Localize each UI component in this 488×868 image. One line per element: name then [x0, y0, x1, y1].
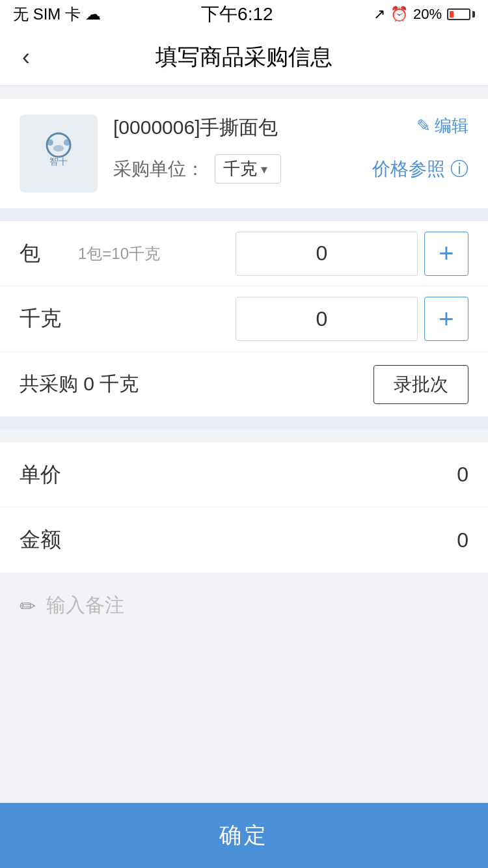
notes-placeholder: 输入备注 — [46, 592, 124, 619]
price-section: 单价 0 金额 0 — [0, 442, 488, 573]
unit-price-label: 单价 — [20, 461, 61, 489]
notes-section[interactable]: ✏ 输入备注 — [0, 573, 488, 755]
bag-input-row: 包 1包=10千克 + — [0, 221, 488, 286]
help-icon: ⓘ — [450, 157, 468, 182]
kg-input[interactable] — [236, 297, 418, 341]
battery-percent: 20% — [413, 6, 442, 23]
bag-plus-button[interactable]: + — [424, 232, 468, 276]
status-right: ↗ ⏰ 20% — [373, 6, 475, 23]
svg-point-3 — [53, 145, 64, 152]
price-ref-button[interactable]: 价格参照 ⓘ — [372, 157, 468, 182]
svg-point-2 — [64, 139, 70, 146]
product-image: 智十 — [20, 115, 98, 193]
edit-label: 编辑 — [435, 115, 468, 137]
location-icon: ↗ — [373, 6, 385, 23]
bag-plus-icon: + — [439, 239, 454, 268]
product-name: [0000006]手撕面包 — [113, 115, 468, 141]
amount-row: 金额 0 — [0, 508, 488, 573]
bag-sublabel: 1包=10千克 — [78, 243, 236, 264]
kg-input-row: 千克 + — [0, 286, 488, 351]
product-info: [0000006]手撕面包 采购单位： 千克 ▾ 价格参照 ⓘ — [113, 115, 468, 183]
battery-icon — [447, 8, 475, 20]
summary-row: 共采购 0 千克 录批次 — [0, 351, 488, 416]
unit-price-row: 单价 0 — [0, 442, 488, 508]
unit-price-value: 0 — [457, 463, 468, 487]
summary-text: 共采购 0 千克 — [20, 371, 139, 398]
section-divider-1 — [0, 208, 488, 221]
kg-plus-button[interactable]: + — [424, 297, 468, 341]
bag-label: 包 — [20, 239, 72, 268]
product-logo: 智十 — [36, 131, 81, 176]
bag-input[interactable] — [236, 232, 418, 276]
status-bar: 无 SIM 卡 ☁ 下午6:12 ↗ ⏰ 20% — [0, 0, 488, 29]
status-time: 下午6:12 — [201, 2, 273, 27]
unit-label: 采购单位： — [113, 157, 204, 182]
edit-icon: ✎ — [416, 116, 431, 136]
section-divider-2 — [0, 416, 488, 429]
kg-label: 千克 — [20, 305, 72, 333]
amount-label: 金额 — [20, 526, 61, 554]
nav-bar: ‹ 填写商品采购信息 — [0, 29, 488, 86]
batch-button[interactable]: 录批次 — [373, 365, 468, 404]
sim-status: 无 SIM 卡 ☁ — [13, 4, 101, 25]
dropdown-arrow-icon: ▾ — [261, 161, 267, 177]
status-left: 无 SIM 卡 ☁ — [13, 4, 101, 25]
svg-text:智十: 智十 — [49, 156, 68, 167]
edit-button[interactable]: ✎ 编辑 — [416, 115, 468, 137]
svg-point-1 — [47, 139, 53, 146]
kg-plus-icon: + — [439, 305, 454, 334]
confirm-button[interactable]: 确定 — [0, 803, 488, 868]
product-card: 智十 [0000006]手撕面包 采购单位： 千克 ▾ 价格参照 ⓘ ✎ 编辑 — [0, 99, 488, 208]
product-unit-row: 采购单位： 千克 ▾ 价格参照 ⓘ — [113, 154, 468, 183]
back-button[interactable]: ‹ — [16, 37, 36, 77]
input-section: 包 1包=10千克 + 千克 + — [0, 221, 488, 351]
unit-select[interactable]: 千克 ▾ — [215, 154, 281, 183]
page-title: 填写商品采购信息 — [156, 42, 332, 72]
pencil-icon: ✏ — [20, 595, 36, 617]
unit-value: 千克 — [223, 157, 257, 180]
alarm-icon: ⏰ — [390, 6, 408, 23]
back-icon: ‹ — [22, 44, 30, 70]
price-ref-label: 价格参照 — [372, 157, 445, 182]
amount-value: 0 — [457, 528, 468, 552]
